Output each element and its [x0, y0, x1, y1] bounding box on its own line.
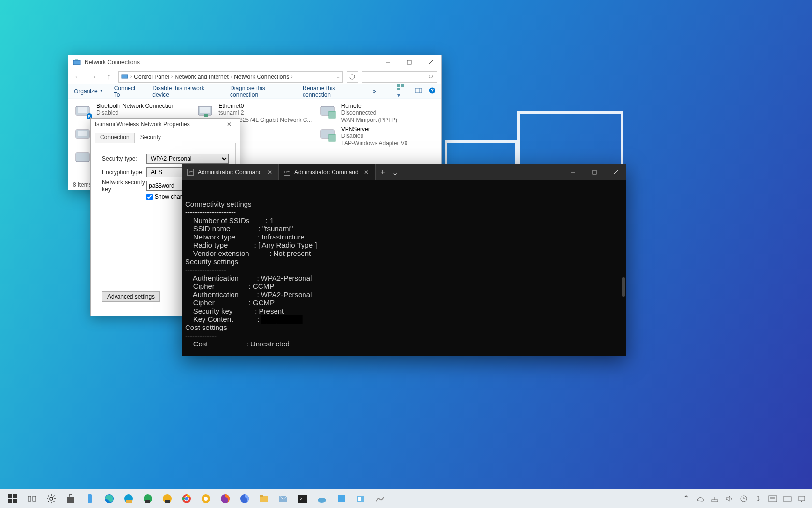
- tab-dropdown[interactable]: ⌄: [390, 164, 400, 180]
- svg-rect-31: [593, 170, 596, 174]
- terminal-tab-active[interactable]: C:\\ Administrator: Command Prompt ✕: [279, 164, 376, 180]
- usb-icon[interactable]: [754, 494, 763, 503]
- help-button[interactable]: ?: [429, 87, 435, 95]
- svg-rect-74: [783, 497, 791, 501]
- svg-rect-42: [88, 494, 92, 503]
- svg-rect-36: [8, 499, 12, 503]
- breadcrumb-dropdown[interactable]: ⌄: [336, 74, 340, 79]
- svg-point-7: [429, 75, 433, 78]
- keyboard-icon[interactable]: [783, 494, 792, 503]
- chrome-canary-icon[interactable]: [196, 489, 216, 508]
- refresh-button[interactable]: [347, 71, 358, 83]
- svg-rect-12: [415, 88, 422, 93]
- up-button[interactable]: ↑: [103, 71, 115, 83]
- rename-button[interactable]: Rename this connection: [303, 85, 362, 98]
- maximize-button[interactable]: [584, 164, 605, 180]
- app-icon[interactable]: [332, 489, 351, 508]
- disable-device-button[interactable]: Disable this network device: [152, 85, 219, 98]
- breadcrumb-bar[interactable]: › Control Panel › Network and Internet ›…: [118, 71, 343, 83]
- tab-security[interactable]: Security: [135, 133, 166, 143]
- firefox-dev-icon[interactable]: [235, 489, 254, 508]
- onedrive-icon[interactable]: [696, 494, 705, 503]
- view-menu[interactable]: ▾: [397, 84, 409, 99]
- svg-rect-63: [338, 495, 345, 502]
- svg-rect-28: [329, 134, 335, 141]
- svg-rect-65: [358, 497, 361, 501]
- firefox-icon[interactable]: [216, 489, 235, 508]
- more-commands[interactable]: »: [373, 88, 376, 95]
- security-type-label: Security type:: [102, 155, 146, 162]
- organize-menu[interactable]: Organize ▼: [74, 88, 103, 95]
- minimize-button[interactable]: [377, 56, 399, 69]
- svg-rect-35: [13, 494, 17, 498]
- show-characters-checkbox[interactable]: [146, 194, 153, 200]
- advanced-settings-button[interactable]: Advanced settings: [102, 291, 160, 302]
- tray-overflow-icon[interactable]: ⌃: [682, 494, 690, 503]
- task-view-button[interactable]: [22, 489, 42, 508]
- close-button[interactable]: ✕: [222, 121, 236, 128]
- store-icon[interactable]: [61, 489, 80, 508]
- app-icon[interactable]: [351, 489, 370, 508]
- svg-rect-11: [397, 88, 400, 90]
- phone-icon[interactable]: [80, 489, 100, 508]
- tab-connection[interactable]: Connection: [95, 133, 135, 143]
- terminal-icon[interactable]: >_: [293, 489, 312, 508]
- connection-item-remote[interactable]: RemoteDisconnectedWAN Miniport (PPTP): [318, 102, 436, 124]
- edge-canary-icon[interactable]: [158, 489, 177, 508]
- close-button[interactable]: [605, 164, 626, 180]
- svg-rect-47: [145, 500, 150, 503]
- breadcrumb-item[interactable]: Network and Internet: [174, 74, 228, 80]
- dialog-title: tsunami Wireless Network Properties: [95, 121, 222, 128]
- connect-to-button[interactable]: Connect To: [114, 85, 142, 98]
- security-key-label: Network security key: [102, 179, 146, 193]
- terminal-output[interactable]: Connectivity settings-------------------…: [182, 180, 626, 356]
- svg-rect-58: [260, 495, 263, 497]
- chrome-icon[interactable]: [177, 489, 196, 508]
- diagnose-button[interactable]: Diagnose this connection: [230, 85, 292, 98]
- svg-text:>_: >_: [300, 496, 305, 501]
- clock-icon[interactable]: [740, 494, 748, 503]
- breadcrumb-icon: [121, 72, 129, 81]
- search-input[interactable]: [362, 71, 437, 83]
- breadcrumb-item[interactable]: Network Connections: [234, 74, 289, 80]
- settings-icon[interactable]: [42, 489, 61, 508]
- network-tray-icon[interactable]: [710, 494, 719, 503]
- scrollbar[interactable]: [621, 180, 626, 356]
- start-button[interactable]: [3, 489, 22, 508]
- tab-close-button[interactable]: ✕: [362, 169, 370, 176]
- item-count: 8 items: [73, 181, 92, 188]
- terminal-tab[interactable]: C:\\ Administrator: Command Prompt ✕: [182, 164, 279, 180]
- mail-icon[interactable]: [274, 489, 293, 508]
- maximize-button[interactable]: [399, 56, 420, 69]
- ime-icon[interactable]: [768, 494, 777, 503]
- security-type-select[interactable]: WPA2-Personal: [146, 154, 229, 164]
- svg-rect-24: [329, 111, 335, 118]
- minimize-button[interactable]: [563, 164, 584, 180]
- cmd-icon: C:\\: [187, 169, 194, 176]
- app-icon[interactable]: [312, 489, 332, 508]
- notifications-icon[interactable]: [798, 494, 806, 503]
- dialog-titlebar[interactable]: tsunami Wireless Network Properties ✕: [91, 119, 240, 130]
- preview-pane-button[interactable]: [415, 87, 422, 95]
- close-button[interactable]: [420, 56, 441, 69]
- tab-close-button[interactable]: ✕: [266, 169, 274, 176]
- edge-icon[interactable]: [100, 489, 119, 508]
- file-explorer-icon[interactable]: [254, 489, 274, 508]
- encryption-type-label: Encryption type:: [102, 169, 146, 176]
- new-tab-button[interactable]: +: [376, 164, 390, 180]
- edge-beta-icon[interactable]: [119, 489, 138, 508]
- svg-rect-17: [78, 107, 87, 113]
- terminal-titlebar[interactable]: C:\\ Administrator: Command Prompt ✕ C:\…: [182, 164, 626, 180]
- window-icon: [73, 59, 81, 66]
- breadcrumb-item[interactable]: Control Panel: [134, 74, 169, 80]
- titlebar[interactable]: Network Connections: [68, 55, 441, 70]
- svg-rect-45: [126, 500, 132, 503]
- volume-icon[interactable]: [725, 494, 734, 503]
- back-button[interactable]: ←: [72, 71, 84, 83]
- connection-item-vpnserver[interactable]: VPNServerDisabledTAP-Windows Adapter V9: [318, 125, 436, 147]
- forward-button[interactable]: →: [87, 71, 99, 83]
- tab-label: Administrator: Command Prompt: [198, 169, 262, 176]
- app-icon[interactable]: [370, 489, 390, 508]
- edge-dev-icon[interactable]: [138, 489, 158, 508]
- svg-rect-29: [76, 153, 89, 162]
